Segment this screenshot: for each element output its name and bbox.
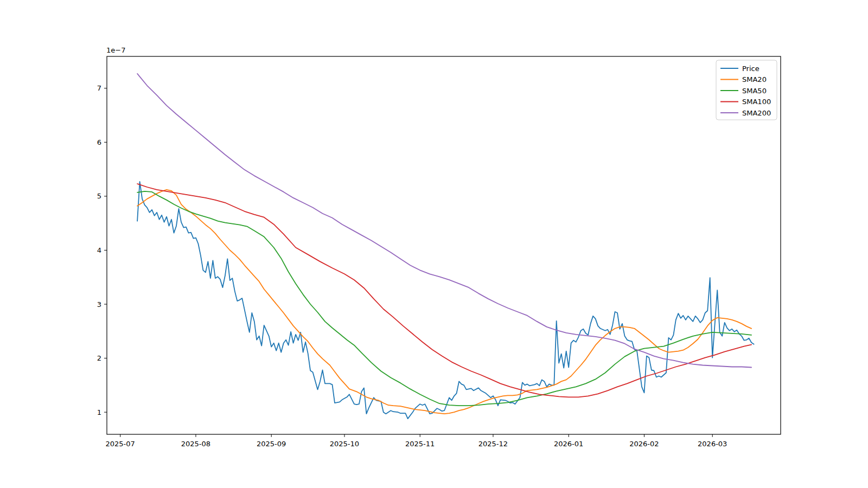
x-tick-label: 2026-03 [698, 440, 727, 448]
y-tick-label: 5 [97, 192, 101, 200]
x-tick-label: 2025-08 [181, 440, 210, 448]
x-tick-label: 2025-07 [106, 440, 135, 448]
x-tick-label: 2025-12 [478, 440, 508, 448]
x-tick-label: 2025-09 [257, 440, 286, 448]
y-tick-label: 1 [97, 408, 101, 416]
plot-border [107, 56, 781, 434]
figure: 1e−7 2025-072025-082025-092025-102025-11… [0, 0, 868, 488]
y-tick-label: 6 [97, 138, 101, 146]
x-tick-label: 2025-11 [405, 440, 435, 448]
series-line-sma50 [137, 191, 751, 406]
x-tick-label: 2025-10 [330, 440, 359, 448]
legend-label: SMA20 [742, 75, 767, 84]
series-line-price [137, 182, 754, 419]
y-tick-label: 3 [97, 300, 101, 309]
line-chart: 1e−7 2025-072025-082025-092025-102025-11… [0, 0, 868, 488]
y-axis: 1234567 [97, 84, 107, 416]
x-tick-label: 2026-02 [629, 440, 659, 448]
y-tick-label: 4 [97, 246, 101, 254]
x-tick-label: 2026-01 [554, 440, 583, 448]
y-axis-offset-label: 1e−7 [106, 46, 125, 54]
series-lines [137, 74, 754, 419]
legend-label: Price [742, 65, 760, 73]
series-line-sma100 [137, 184, 751, 397]
legend-label: SMA200 [742, 109, 771, 117]
legend: PriceSMA20SMA50SMA100SMA200 [716, 60, 777, 120]
legend-label: SMA50 [742, 87, 767, 95]
x-axis: 2025-072025-082025-092025-102025-112025-… [106, 434, 727, 448]
y-tick-label: 2 [97, 354, 101, 362]
legend-label: SMA100 [742, 98, 771, 106]
y-tick-label: 7 [97, 84, 101, 92]
series-line-sma200 [137, 74, 751, 368]
